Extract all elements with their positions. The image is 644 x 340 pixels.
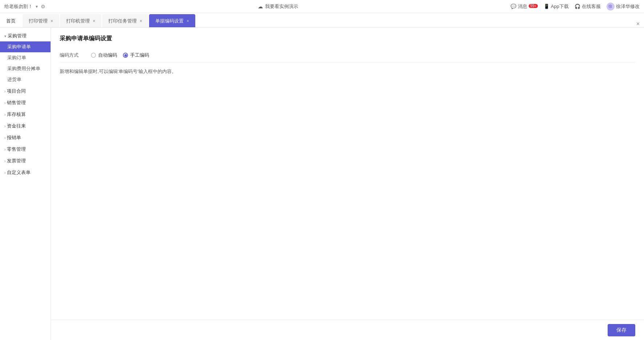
inventory-group-arrow: › bbox=[4, 113, 5, 117]
manual-coding-label: 手工编码 bbox=[130, 52, 149, 58]
app-download-button[interactable]: 📱 App下载 bbox=[544, 3, 569, 10]
reimbursement-group-arrow: › bbox=[4, 136, 5, 140]
purchase-group-label: 采购管理 bbox=[8, 33, 27, 39]
app-download-icon: 📱 bbox=[544, 4, 549, 9]
project-group-label: 项目合同 bbox=[7, 88, 26, 94]
sidebar-group-fund: › 资金往来 bbox=[0, 121, 51, 131]
coding-method-row: 编码方式 自动编码 手工编码 bbox=[60, 48, 635, 62]
tab-print-manage-close[interactable]: × bbox=[51, 19, 53, 24]
sidebar-group-invoice: › 发票管理 bbox=[0, 155, 51, 166]
sidebar-item-stock-in[interactable]: 进货单 bbox=[0, 74, 51, 85]
tab-print-manage[interactable]: 打印管理 × bbox=[23, 14, 59, 27]
sidebar-group-project-title[interactable]: › 项目合同 bbox=[0, 86, 51, 97]
sidebar-group-project: › 项目合同 bbox=[0, 86, 51, 97]
tab-doc-code-settings-close[interactable]: × bbox=[187, 19, 189, 24]
tab-printer-manage-close[interactable]: × bbox=[93, 19, 95, 24]
purchase-group-arrow: ▾ bbox=[4, 34, 6, 38]
tab-print-task-manage-close[interactable]: × bbox=[140, 19, 142, 24]
tab-printer-manage-label: 打印机管理 bbox=[66, 18, 90, 24]
manual-coding-radio[interactable] bbox=[123, 53, 128, 58]
manual-coding-option[interactable]: 手工编码 bbox=[123, 52, 149, 58]
reimbursement-group-label: 报销单 bbox=[7, 134, 21, 141]
tab-home[interactable]: 首页 bbox=[0, 14, 22, 27]
auto-coding-radio[interactable] bbox=[91, 53, 96, 58]
sidebar-group-invoice-title[interactable]: › 发票管理 bbox=[0, 155, 51, 166]
online-service-button[interactable]: 🎧 在线客服 bbox=[575, 3, 601, 10]
retail-group-arrow: › bbox=[4, 147, 5, 151]
message-badge: 99+ bbox=[529, 4, 538, 8]
user-name: 徐泽华修改 bbox=[616, 3, 640, 10]
coding-method-label: 编码方式 bbox=[60, 52, 85, 58]
sidebar-group-retail-title[interactable]: › 零售管理 bbox=[0, 144, 51, 155]
invoice-group-label: 发票管理 bbox=[7, 158, 26, 164]
tab-printer-manage[interactable]: 打印机管理 × bbox=[60, 14, 101, 27]
settings-icon[interactable]: ⚙ bbox=[41, 4, 45, 9]
main-layout: ▾ 采购管理 采购申请单 采购订单 采购费用分摊单 进货单 › 项目合同 bbox=[0, 28, 644, 340]
sidebar-item-purchase-expense[interactable]: 采购费用分摊单 bbox=[0, 63, 51, 74]
top-bar: 给老板勿割！ ▾ ⚙ ☁ 我要看实例演示 💬 消息 99+ 📱 App下载 🎧 … bbox=[0, 0, 644, 13]
sales-group-arrow: › bbox=[4, 101, 5, 105]
sales-group-label: 销售管理 bbox=[7, 100, 26, 106]
tab-home-label: 首页 bbox=[6, 18, 16, 24]
headset-icon: 🎧 bbox=[575, 4, 580, 9]
page-title: 采购申请单编码设置 bbox=[60, 35, 635, 42]
tab-print-task-manage[interactable]: 打印任务管理 × bbox=[102, 14, 148, 27]
tab-print-manage-label: 打印管理 bbox=[29, 18, 48, 24]
sidebar-group-custom-form-title[interactable]: › 自定义表单 bbox=[0, 167, 51, 178]
avatar-icon: 徐 bbox=[607, 3, 615, 11]
tabs-close-icon[interactable]: × bbox=[636, 21, 640, 27]
inventory-group-label: 库存核算 bbox=[7, 111, 26, 118]
top-bar-brand: 给老板勿割！ bbox=[4, 3, 33, 10]
auto-coding-label: 自动编码 bbox=[98, 52, 117, 58]
online-service-label: 在线客服 bbox=[582, 3, 601, 10]
fund-group-arrow: › bbox=[4, 124, 5, 128]
sidebar-item-purchase-order[interactable]: 采购订单 bbox=[0, 52, 51, 63]
app-download-label: App下载 bbox=[551, 3, 569, 10]
sidebar-group-reimbursement-title[interactable]: › 报销单 bbox=[0, 132, 51, 143]
retail-group-label: 零售管理 bbox=[7, 146, 26, 153]
tab-doc-code-settings-label: 单据编码设置 bbox=[155, 18, 184, 24]
message-icon: 💬 bbox=[511, 4, 516, 9]
top-bar-left: 给老板勿割！ ▾ ⚙ bbox=[4, 3, 45, 10]
top-bar-center[interactable]: ☁ 我要看实例演示 bbox=[258, 3, 298, 10]
content-area: 采购申请单编码设置 编码方式 自动编码 手工编码 新增和编辑单据时,可以编辑'单… bbox=[51, 28, 644, 340]
sidebar-group-fund-title[interactable]: › 资金往来 bbox=[0, 121, 51, 131]
sidebar-group-retail: › 零售管理 bbox=[0, 144, 51, 155]
auto-coding-option[interactable]: 自动编码 bbox=[91, 52, 117, 58]
sidebar-group-sales: › 销售管理 bbox=[0, 97, 51, 108]
top-bar-right: 💬 消息 99+ 📱 App下载 🎧 在线客服 徐 徐泽华修改 bbox=[511, 3, 640, 11]
dropdown-arrow-icon[interactable]: ▾ bbox=[36, 4, 38, 9]
custom-form-group-label: 自定义表单 bbox=[7, 169, 31, 176]
sidebar-group-reimbursement: › 报销单 bbox=[0, 132, 51, 143]
sidebar-group-purchase-title[interactable]: ▾ 采购管理 bbox=[0, 31, 51, 41]
center-demo-text: 我要看实例演示 bbox=[265, 3, 298, 10]
sidebar: ▾ 采购管理 采购申请单 采购订单 采购费用分摊单 进货单 › 项目合同 bbox=[0, 28, 51, 340]
invoice-group-arrow: › bbox=[4, 159, 5, 163]
tab-doc-code-settings[interactable]: 单据编码设置 × bbox=[149, 14, 195, 27]
hint-text: 新增和编辑单据时,可以编辑'单编码号'输入框中的内容。 bbox=[60, 68, 635, 75]
user-profile[interactable]: 徐 徐泽华修改 bbox=[607, 3, 640, 11]
content-bottom-bar: 保存 bbox=[51, 320, 644, 340]
sidebar-item-purchase-request[interactable]: 采购申请单 bbox=[0, 41, 51, 52]
sidebar-group-sales-title[interactable]: › 销售管理 bbox=[0, 97, 51, 108]
project-group-arrow: › bbox=[4, 89, 5, 93]
cloud-icon: ☁ bbox=[258, 4, 263, 9]
content-main: 采购申请单编码设置 编码方式 自动编码 手工编码 新增和编辑单据时,可以编辑'单… bbox=[51, 28, 644, 320]
sidebar-group-purchase: ▾ 采购管理 采购申请单 采购订单 采购费用分摊单 进货单 bbox=[0, 31, 51, 85]
fund-group-label: 资金往来 bbox=[7, 123, 26, 129]
tabs-bar: 首页 打印管理 × 打印机管理 × 打印任务管理 × 单据编码设置 × × bbox=[0, 13, 644, 28]
sidebar-group-inventory-title[interactable]: › 库存核算 bbox=[0, 109, 51, 120]
tab-print-task-manage-label: 打印任务管理 bbox=[108, 18, 137, 24]
save-button[interactable]: 保存 bbox=[608, 324, 635, 336]
message-label: 消息 bbox=[518, 3, 527, 10]
custom-form-group-arrow: › bbox=[4, 171, 5, 175]
sidebar-group-inventory: › 库存核算 bbox=[0, 109, 51, 120]
message-button[interactable]: 💬 消息 99+ bbox=[511, 3, 538, 10]
sidebar-group-custom-form: › 自定义表单 bbox=[0, 167, 51, 178]
